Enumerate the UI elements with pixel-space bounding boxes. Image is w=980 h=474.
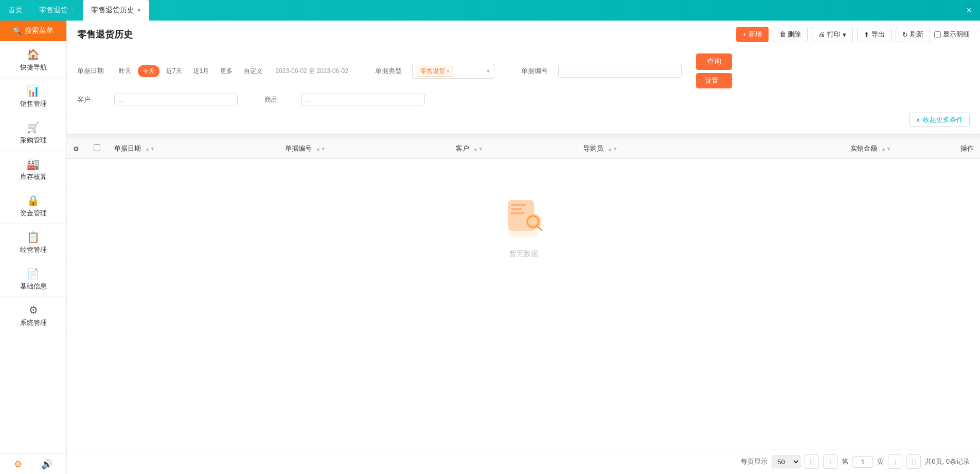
prev-page-button[interactable]: ⟨	[823, 454, 838, 469]
page-number-input[interactable]	[852, 456, 873, 468]
sidebar-item-quick-nav[interactable]: 🏠 快捷导航	[0, 41, 66, 78]
customer-placeholder: ...	[119, 96, 124, 103]
goods-label: 商品	[264, 95, 295, 104]
voucher-type-tag: 零售退货 ×	[417, 66, 453, 77]
collapse-button[interactable]: ∧ 收起更多条件	[909, 113, 970, 127]
shortcut-7days[interactable]: 近7天	[162, 65, 187, 77]
print-button[interactable]: 🖨 打印 ▾	[812, 27, 853, 42]
show-detail-checkbox-label[interactable]: 显示明细	[934, 30, 970, 39]
last-page-button[interactable]: ⟩⟩	[906, 454, 921, 469]
volume-icon[interactable]: 🔊	[41, 459, 52, 470]
date-sort-icon[interactable]: ▲▼	[145, 147, 155, 152]
shortcut-more[interactable]: 更多	[216, 65, 237, 77]
select-all-checkbox[interactable]	[94, 144, 100, 151]
operations-icon: 📋	[27, 231, 40, 243]
inventory-icon: 🏭	[27, 158, 40, 170]
th-amount: 实销金额 ▲▼	[727, 139, 898, 159]
sidebar-bottom: ⚙ 🔊	[0, 453, 66, 474]
sidebar-item-purchase[interactable]: 🛒 采购管理	[0, 114, 66, 151]
tab-home[interactable]: 首页	[0, 0, 31, 21]
sidebar-item-system[interactable]: ⚙ 系统管理	[0, 297, 66, 333]
th-amount-label: 实销金额	[850, 144, 877, 152]
voucher-type-tag-label: 零售退货	[420, 67, 445, 76]
sidebar-item-finance[interactable]: 🔒 资金管理	[0, 187, 66, 224]
page-label: 第	[842, 457, 848, 466]
date-shortcuts: 昨天 今天 近7天 近1月 更多 自定义	[114, 65, 267, 77]
export-icon: ⬆	[864, 31, 869, 39]
settings-bottom-icon[interactable]: ⚙	[14, 459, 22, 470]
finance-icon: 🔒	[27, 194, 40, 207]
date-filter-label: 单据日期	[77, 66, 108, 76]
delete-button[interactable]: 🗑 删除	[773, 27, 808, 42]
shortcut-yesterday[interactable]: 昨天	[114, 65, 136, 77]
shortcut-custom[interactable]: 自定义	[239, 65, 267, 77]
tab-retail-return-close[interactable]: ×	[71, 7, 75, 14]
voucher-number-label: 单据编号	[521, 66, 552, 76]
setting-button[interactable]: 设置	[696, 73, 732, 88]
customer-sort-icon[interactable]: ▲▼	[473, 147, 484, 152]
voucher-number-input[interactable]	[558, 65, 682, 78]
customer-value: ...	[119, 96, 233, 103]
sidebar-search[interactable]: 🔍 搜索菜单	[0, 21, 66, 41]
sidebar-item-sales[interactable]: 📊 销售管理	[0, 78, 66, 114]
operations-label: 经营管理	[20, 245, 47, 254]
svg-rect-4	[511, 212, 524, 214]
shortcut-today[interactable]: 今天	[138, 65, 159, 77]
empty-state: 暂无数据	[67, 159, 980, 289]
tab-retail-return-history-close[interactable]: ×	[137, 7, 141, 14]
th-customer: 客户 ▲▼	[450, 139, 577, 159]
goods-value: ...	[306, 96, 420, 103]
main-layout: 🔍 搜索菜单 🏠 快捷导航 📊 销售管理 🛒 采购管理 🏭 库存核算 🔒	[0, 21, 980, 474]
th-date-label: 单据日期	[114, 144, 141, 152]
voucher-type-value: 零售退货 ×	[417, 66, 485, 77]
customer-label: 客户	[77, 95, 108, 104]
voucher-type-arrow-icon: ▾	[487, 68, 490, 75]
tab-retail-return-history[interactable]: 零售退货历史 ×	[83, 0, 149, 21]
filter-row-date: 单据日期 昨天 今天 近7天 近1月 更多 自定义 2023-06-02 至 2…	[77, 53, 970, 88]
goods-placeholder: ...	[306, 96, 312, 103]
first-page-button[interactable]: ⟨⟨	[805, 454, 819, 469]
tab-retail-return-label: 零售退货	[39, 6, 68, 15]
number-sort-icon[interactable]: ▲▼	[316, 147, 326, 152]
date-range-display: 2023-06-02 至 2023-06-02	[275, 67, 348, 76]
th-date: 单据日期 ▲▼	[108, 139, 279, 159]
basic-info-icon: 📄	[27, 267, 40, 280]
page-header: 零售退货历史 + 新增 🗑 删除 🖨 打印 ▾ ⬆ 导出 ↻ 刷新	[67, 21, 980, 135]
print-label: 🖨 打印	[818, 30, 841, 39]
sidebar-item-inventory[interactable]: 🏭 库存核算	[0, 151, 66, 187]
per-page-select[interactable]: 10 20 50 100	[772, 455, 800, 468]
search-icon: 🔍	[13, 27, 22, 35]
refresh-icon: ↻	[902, 31, 908, 39]
goods-select[interactable]: ...	[301, 94, 425, 105]
voucher-type-tag-close[interactable]: ×	[447, 68, 450, 74]
amount-sort-icon[interactable]: ▲▼	[881, 147, 892, 152]
query-button[interactable]: 查询	[696, 53, 732, 70]
new-button[interactable]: + 新增	[736, 27, 769, 42]
guide-sort-icon[interactable]: ▲▼	[608, 147, 618, 152]
column-settings-icon[interactable]: ⚙	[73, 145, 79, 153]
page-title-row: 零售退货历史 + 新增 🗑 删除 🖨 打印 ▾ ⬆ 导出 ↻ 刷新	[77, 27, 970, 42]
th-operation-label: 操作	[960, 144, 974, 152]
sales-label: 销售管理	[20, 99, 47, 108]
sidebar-item-operations[interactable]: 📋 经营管理	[0, 224, 66, 260]
voucher-type-select[interactable]: 零售退货 × ▾	[412, 64, 494, 79]
sidebar-item-basic-info[interactable]: 📄 基础信息	[0, 260, 66, 297]
show-detail-checkbox[interactable]	[934, 31, 941, 38]
collapse-label: 收起更多条件	[923, 115, 963, 124]
header-actions: + 新增 🗑 删除 🖨 打印 ▾ ⬆ 导出 ↻ 刷新	[736, 27, 970, 42]
svg-line-7	[538, 226, 542, 230]
table-wrapper: ⚙ 单据日期 ▲▼ 单据编号 ▲▼	[67, 139, 980, 449]
next-page-button[interactable]: ⟩	[888, 454, 902, 469]
system-label: 系统管理	[20, 318, 47, 327]
customer-select[interactable]: ...	[114, 94, 238, 105]
empty-text: 暂无数据	[509, 249, 538, 259]
window-close-icon[interactable]: ×	[966, 5, 980, 16]
shortcut-1month[interactable]: 近1月	[189, 65, 214, 77]
export-button[interactable]: ⬆ 导出	[857, 27, 892, 42]
empty-state-icon	[498, 190, 549, 241]
content-area: 零售退货历史 + 新增 🗑 删除 🖨 打印 ▾ ⬆ 导出 ↻ 刷新	[67, 21, 980, 474]
top-bar: 首页 零售退货 × 零售退货历史 × ×	[0, 0, 980, 21]
refresh-button[interactable]: ↻ 刷新	[896, 27, 930, 42]
inventory-label: 库存核算	[20, 172, 47, 181]
tab-retail-return[interactable]: 零售退货 ×	[31, 0, 83, 21]
